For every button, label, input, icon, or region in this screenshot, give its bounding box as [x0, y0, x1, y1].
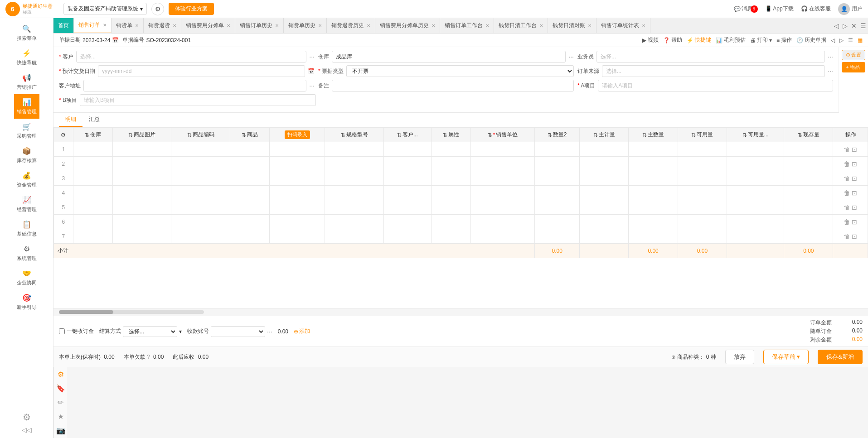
- delete-icon[interactable]: 🗑: [844, 175, 850, 182]
- tab-close-icon[interactable]: ✕: [539, 23, 543, 28]
- sidebar-item-基础信息[interactable]: 📋基础信息: [14, 217, 39, 241]
- copy-icon[interactable]: ⊡: [852, 160, 857, 168]
- tab-8[interactable]: 销售费用分摊单历史✕: [375, 18, 440, 34]
- tab-0[interactable]: 首页: [53, 18, 74, 34]
- print-button[interactable]: 🖨 打印 ▾: [750, 36, 772, 44]
- sidebar-item-销售管理[interactable]: 📊销售管理: [14, 94, 39, 119]
- order-source-more-icon[interactable]: ···: [828, 67, 833, 75]
- save-draft-button[interactable]: 保存草稿 ▾: [763, 350, 809, 364]
- tab-close-icon[interactable]: ✕: [485, 23, 489, 28]
- settings-panel-icon[interactable]: ⚙: [56, 369, 65, 380]
- col-header-attr[interactable]: ⇅ 属性: [431, 128, 470, 142]
- shortcut-button[interactable]: ⚡ 快捷键: [687, 36, 711, 44]
- invoice-select[interactable]: 不开票: [346, 65, 574, 77]
- tab-10[interactable]: 钱货日清工作台✕: [494, 18, 548, 34]
- project-b-input[interactable]: [80, 94, 316, 106]
- col-header-unit[interactable]: ⇅ *销售单位: [470, 128, 534, 142]
- delivery-calendar-icon[interactable]: 📅: [308, 68, 315, 74]
- warehouse-more-icon[interactable]: ···: [568, 53, 574, 60]
- list-view-icon[interactable]: ☰: [848, 37, 853, 43]
- col-header-avail[interactable]: ⇅ 可用量: [678, 128, 727, 142]
- col-header-spec[interactable]: ⇅ 规格型号: [325, 128, 384, 142]
- save-new-button[interactable]: 保存&新增: [818, 350, 863, 364]
- table-container[interactable]: ⚙⇅ 仓库⇅ 商品图片⇅ 商品编码⇅ 商品扫码录入⇅ 规格型号⇅ 客户...⇅ …: [53, 127, 868, 308]
- copy-icon[interactable]: ⊡: [852, 146, 857, 153]
- detail-tab-1[interactable]: 汇总: [82, 113, 106, 127]
- col-header-avail2[interactable]: ⇅ 可用量...: [727, 128, 784, 142]
- col-header-customer_code[interactable]: ⇅ 客户...: [384, 128, 432, 142]
- tabs-menu-button[interactable]: ☰: [858, 22, 868, 29]
- tab-close-icon[interactable]: ✕: [103, 23, 107, 28]
- tab-7[interactable]: 销货退货历史✕: [327, 18, 375, 34]
- sidebar-item-快捷导航[interactable]: ⚡快捷导航: [14, 45, 39, 70]
- sidebar-item-企业协同[interactable]: 🤝企业协同: [14, 265, 39, 290]
- tab-9[interactable]: 销售订单工作台✕: [440, 18, 494, 34]
- tab-5[interactable]: 销售订单历史✕: [235, 18, 284, 34]
- tab-close-icon[interactable]: ✕: [135, 23, 139, 28]
- scrollbar-track[interactable]: [59, 310, 204, 314]
- tab-close-icon[interactable]: ✕: [227, 23, 230, 28]
- tab-close-icon[interactable]: ✕: [367, 23, 370, 28]
- online-support-link[interactable]: 🎧 在线客服: [801, 5, 831, 13]
- copy-icon[interactable]: ⊡: [852, 189, 857, 197]
- tabs-next-button[interactable]: ▷: [841, 22, 849, 29]
- collapse-sidebar-button[interactable]: ◁◁: [22, 426, 32, 433]
- profit-button[interactable]: 📊 毛利预估: [716, 36, 746, 44]
- scan-panel-icon[interactable]: 📷: [55, 425, 67, 436]
- col-header-main_qty[interactable]: ⇅ 主数量: [629, 128, 678, 142]
- discard-button[interactable]: 放弃: [725, 350, 754, 364]
- payment-select[interactable]: [123, 326, 177, 337]
- customer-more-icon[interactable]: ···: [309, 53, 315, 60]
- delete-icon[interactable]: 🗑: [844, 160, 850, 168]
- sidebar-item-系统管理[interactable]: ⚙系统管理: [14, 241, 39, 265]
- tab-close-icon[interactable]: ✕: [275, 23, 279, 28]
- system-selector[interactable]: 装备及固定资产辅助管理系统 ▾: [63, 3, 147, 15]
- delete-icon[interactable]: 🗑: [844, 146, 850, 153]
- delivery-input[interactable]: [98, 65, 305, 77]
- customer-input[interactable]: [76, 51, 306, 63]
- salesperson-input[interactable]: [596, 51, 825, 63]
- order-source-input[interactable]: [602, 65, 825, 77]
- sidebar-item-新手引导[interactable]: 🎯新手引导: [14, 290, 39, 314]
- tab-4[interactable]: 销售费用分摊单✕: [181, 18, 235, 34]
- detail-tab-0[interactable]: 明细: [59, 113, 82, 127]
- address-input[interactable]: [83, 80, 306, 91]
- copy-icon[interactable]: ⊡: [852, 175, 857, 182]
- next-page-icon[interactable]: ▷: [839, 37, 844, 43]
- col-header-action[interactable]: 操作: [833, 128, 868, 142]
- col-header-settings[interactable]: ⚙: [54, 128, 73, 142]
- sidebar-item-经营管理[interactable]: 📈经营管理: [14, 192, 39, 217]
- one-key-checkbox[interactable]: [59, 328, 65, 334]
- note-input[interactable]: [332, 80, 574, 91]
- set-button[interactable]: ⚙ 设置: [842, 50, 865, 60]
- solution-button[interactable]: 体验行业方案: [169, 3, 214, 15]
- tab-close-icon[interactable]: ✕: [173, 23, 176, 28]
- history-button[interactable]: 🕐 历史单据: [796, 36, 826, 44]
- add-payment-button[interactable]: ⊕ 添加: [294, 327, 310, 335]
- salesperson-more-icon[interactable]: ···: [828, 53, 833, 60]
- col-header-code[interactable]: ⇅ 商品编码: [171, 128, 230, 142]
- copy-icon[interactable]: ⊡: [852, 233, 857, 240]
- star-icon[interactable]: ★: [56, 411, 65, 422]
- edit-icon[interactable]: ✏: [56, 397, 65, 408]
- account-select[interactable]: [211, 326, 265, 337]
- warehouse-input[interactable]: [332, 51, 566, 63]
- copy-icon[interactable]: ⊡: [852, 204, 857, 211]
- settings-gear-icon[interactable]: ⚙: [23, 412, 31, 423]
- scrollbar-thumb[interactable]: [59, 310, 113, 314]
- delete-icon[interactable]: 🗑: [844, 204, 850, 211]
- account-more-icon[interactable]: ···: [267, 328, 272, 335]
- sidebar-item-采购管理[interactable]: 🛒采购管理: [14, 119, 39, 143]
- sidebar-item-搜索菜单[interactable]: 🔍搜索菜单: [14, 21, 39, 45]
- col-header-stock[interactable]: ⇅ 现存量: [784, 128, 833, 142]
- sidebar-item-资金管理[interactable]: 💰资金管理: [14, 168, 39, 192]
- sidebar-item-营销推广[interactable]: 📢营销推广: [14, 70, 39, 94]
- user-area[interactable]: 👤 用户: [838, 3, 863, 15]
- add-goods-button[interactable]: + 物品: [842, 62, 865, 72]
- settings-button[interactable]: ⚙: [151, 3, 164, 15]
- tab-3[interactable]: 销货退货✕: [144, 18, 181, 34]
- copy-icon[interactable]: ⊡: [852, 218, 857, 226]
- app-download-link[interactable]: 📱 App下载: [765, 5, 794, 13]
- tab-2[interactable]: 销货单✕: [112, 18, 144, 34]
- delete-icon[interactable]: 🗑: [844, 218, 850, 226]
